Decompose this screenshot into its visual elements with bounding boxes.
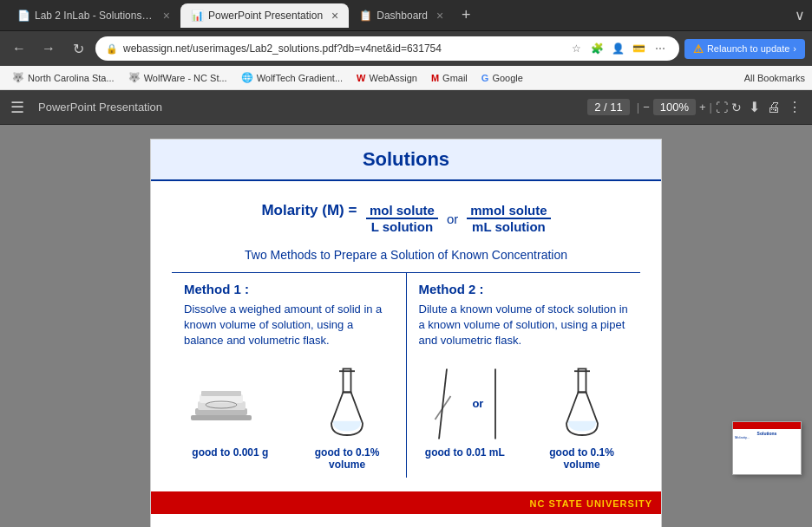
slide: Solutions Molarity (M) = mol solute L so… <box>150 139 662 527</box>
page-thumbnail[interactable]: Solutions Molarity... <box>732 421 802 475</box>
wolftech-favicon: 🌐 <box>241 72 253 83</box>
molarity-label: Molarity (M) = <box>261 202 357 218</box>
svg-rect-6 <box>344 368 351 392</box>
url-bar[interactable]: 🔒 webassign.net/userimages/Lab2_solution… <box>95 36 679 61</box>
bookmark-webassign[interactable]: W WebAssign <box>351 71 422 85</box>
gmail-label: Gmail <box>442 73 468 83</box>
print-button[interactable]: 🖨 <box>767 100 781 115</box>
tab-lab2-favicon: 📄 <box>17 10 29 22</box>
wolfware-favicon: 🐺 <box>128 72 141 83</box>
more-tools-icon[interactable]: ⋯ <box>652 40 669 57</box>
method-images: good to 0.001 g good to 0.1% volume <box>172 358 640 478</box>
method1-description: Dissolve a weighed amount of solid in a … <box>184 302 394 349</box>
tab-lab2[interactable]: 📄 Lab 2 InLab - Solutions and S... × <box>7 3 180 28</box>
balance-svg <box>191 365 269 443</box>
bookmark-star-icon[interactable]: ☆ <box>568 40 586 57</box>
content-area: Solutions Molarity (M) = mol solute L so… <box>0 125 812 527</box>
download-button[interactable]: ⬇ <box>749 99 760 115</box>
bookmark-wolfware[interactable]: 🐺 WolfWare - NC St... <box>123 70 232 85</box>
method2-title: Method 2 : <box>419 282 629 296</box>
methods-intro-text: Two Methods to Prepare a Solution of Kno… <box>172 248 640 262</box>
fraction2-numerator: mmol solute <box>467 203 550 219</box>
relaunch-button[interactable]: ⚠ Relaunch to update › <box>684 39 805 59</box>
nc-state-label: North Carolina Sta... <box>28 73 115 83</box>
lock-icon: 🔒 <box>106 43 118 55</box>
bookmarks-bar: 🐺 North Carolina Sta... 🐺 WolfWare - NC … <box>0 66 812 90</box>
flask2-svg <box>556 365 608 443</box>
zoom-separator: | <box>637 101 639 114</box>
google-label: Google <box>492 73 522 83</box>
total-pages: 11 <box>610 101 622 114</box>
toolbar-menu-button[interactable]: ☰ <box>10 98 24 117</box>
or-pipet-text: or <box>472 397 483 410</box>
tab-powerpoint[interactable]: 📊 PowerPoint Presentation × <box>180 3 349 28</box>
method1-title: Method 1 : <box>184 282 394 296</box>
zoom-separator2: | <box>710 101 712 114</box>
tab-expand-button[interactable]: ∨ <box>795 7 805 23</box>
flask1-svg <box>321 365 373 443</box>
footer-university: UNIVERSITY <box>586 498 652 509</box>
fullscreen-button[interactable]: ⛶ <box>716 101 728 114</box>
slide-title: Solutions <box>160 148 652 171</box>
fraction1-denominator: L solution <box>368 219 436 234</box>
flask1-label: good to 0.1% volume <box>296 446 399 471</box>
tab-powerpoint-close[interactable]: × <box>331 9 338 23</box>
slide-header: Solutions <box>151 140 661 181</box>
slide-footer: NC STATE UNIVERSITY <box>151 491 661 514</box>
flask2-label: good to 0.1% volume <box>530 446 633 471</box>
tab-lab2-label: Lab 2 InLab - Solutions and S... <box>35 10 154 22</box>
svg-rect-4 <box>191 415 252 420</box>
all-bookmarks-button[interactable]: All Bookmarks <box>744 73 805 83</box>
tab-dashboard-favicon: 📋 <box>359 10 371 22</box>
new-tab-button[interactable]: + <box>454 3 478 28</box>
toolbar-right-actions: ⬇ 🖨 ⋮ <box>749 99 802 115</box>
balance-group: good to 0.001 g <box>172 358 289 478</box>
bookmark-nc-state[interactable]: 🐺 North Carolina Sta... <box>7 70 120 85</box>
rotate-button[interactable]: ↻ <box>731 101 742 114</box>
wolftech-label: WolfTech Gradient... <box>257 73 343 83</box>
back-button[interactable]: ← <box>7 36 31 61</box>
slide-body: Molarity (M) = mol solute L solution or … <box>151 181 661 491</box>
tab-dashboard[interactable]: 📋 Dashboard × <box>349 3 454 28</box>
molarity-section: Molarity (M) = mol solute L solution or … <box>172 202 640 234</box>
bookmark-gmail[interactable]: M Gmail <box>426 71 473 85</box>
webassign-favicon: W <box>357 73 365 83</box>
svg-rect-11 <box>578 368 586 392</box>
warning-icon: ⚠ <box>693 42 704 55</box>
method2-description: Dilute a known volume of stock solution … <box>419 302 629 349</box>
webassign-label: WebAssign <box>369 73 416 83</box>
reload-button[interactable]: ↻ <box>66 36 90 61</box>
extensions-icon[interactable]: 🧩 <box>589 40 606 57</box>
footer-nc-state: NC STATE <box>530 498 583 509</box>
methods-container: Method 1 : Dissolve a weighed amount of … <box>172 272 640 358</box>
pipet-group: or good to 0.01 mL <box>407 358 524 478</box>
bookmark-google[interactable]: G Google <box>476 71 528 85</box>
or-text: or <box>447 211 458 226</box>
zoom-controls: | − 100% + | ⛶ ↻ <box>637 99 742 115</box>
pipet1-svg <box>425 365 468 443</box>
profile-icon[interactable]: 👤 <box>610 40 627 57</box>
fraction1: mol solute L solution <box>366 203 438 234</box>
wallet-icon[interactable]: 💳 <box>631 40 648 57</box>
fraction2-denominator: mL solution <box>468 219 549 234</box>
footer-text: NC STATE UNIVERSITY <box>530 498 652 509</box>
tab-dashboard-label: Dashboard <box>377 10 428 22</box>
pipet2-svg <box>487 365 504 443</box>
viewer-toolbar: ☰ PowerPoint Presentation 2 / 11 | − 100… <box>0 90 812 125</box>
more-options-button[interactable]: ⋮ <box>788 99 802 115</box>
url-text: webassign.net/userimages/Lab2_solutions.… <box>123 42 563 55</box>
flask2-group: good to 0.1% volume <box>523 358 640 478</box>
tab-lab2-close[interactable]: × <box>163 9 170 23</box>
fraction1-numerator: mol solute <box>366 203 438 219</box>
relaunch-arrow-icon: › <box>793 43 796 54</box>
balance-label: good to 0.001 g <box>192 446 268 459</box>
bookmark-wolftech[interactable]: 🌐 WolfTech Gradient... <box>236 70 348 85</box>
zoom-plus-button[interactable]: + <box>699 101 706 114</box>
tab-dashboard-close[interactable]: × <box>436 9 443 23</box>
tab-powerpoint-label: PowerPoint Presentation <box>208 10 323 22</box>
forward-button[interactable]: → <box>36 36 61 61</box>
zoom-value[interactable]: 100% <box>653 99 696 115</box>
zoom-minus-button[interactable]: − <box>643 101 650 114</box>
current-page[interactable]: 2 <box>594 101 600 114</box>
page-number-display: 2 / 11 <box>587 99 630 115</box>
